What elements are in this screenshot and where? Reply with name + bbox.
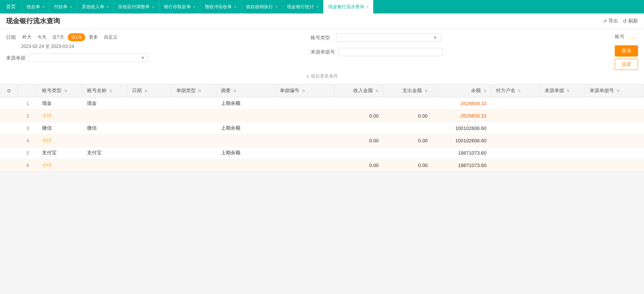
row-settings (0, 122, 18, 134)
row-bill-type (171, 122, 216, 134)
close-icon[interactable]: × (42, 4, 45, 9)
account-type-select[interactable]: ▼ (336, 33, 441, 42)
top-navigation: 首页 收款单 × 付款单 × 其他收入单 × 应收应付调整单 × 银行存取款单 … (0, 0, 644, 13)
table-row: 4 小计 0.00 0.00 100102606.60 (0, 134, 644, 147)
col-header-source-bill[interactable]: 来源单据 ⇅ (540, 84, 585, 97)
close-icon[interactable]: × (366, 4, 369, 9)
sort-icon: ⇅ (518, 89, 521, 93)
row-bill-no (275, 122, 334, 134)
nav-tab-xianjintongji[interactable]: 现金银行统计 × (282, 0, 323, 13)
settings-button[interactable]: 设置 (615, 59, 638, 70)
close-icon[interactable]: × (152, 4, 154, 9)
col-header-bill-no[interactable]: 单据编号 ⇅ (275, 84, 334, 97)
sort-icon: ⇅ (483, 89, 486, 93)
row-expense: 0.00 (383, 159, 432, 172)
row-account-name: 支付宝 (83, 147, 128, 159)
row-balance: 19871073.60 (432, 159, 491, 172)
row-balance: 19871073.60 (432, 147, 491, 159)
row-date (128, 159, 172, 172)
query-button[interactable]: 查询 (615, 45, 638, 57)
row-summary: 上期余额 (216, 147, 275, 159)
column-settings-icon[interactable]: ⚙ (0, 84, 18, 97)
nav-tab-liushuichaxun[interactable]: 现金银行流水查询 × (323, 0, 373, 13)
col-header-summary[interactable]: 摘要 ⇅ (216, 84, 275, 97)
row-account-name: 微信 (83, 122, 128, 134)
account-type-label: 账号类型 (311, 34, 333, 41)
nav-tab-qitashouru[interactable]: 其他收入单 × (77, 0, 113, 13)
table-row: 3 微信 微信 上期余额 100102606.60 (0, 122, 644, 134)
sort-icon: ⇅ (425, 89, 428, 93)
col-header-income[interactable]: 收入金额 ⇅ (334, 84, 383, 97)
export-icon: ↗ (603, 18, 607, 24)
row-account-type: 小计 (38, 110, 83, 122)
date-opt-today[interactable]: 今天 (35, 33, 49, 41)
row-balance: 100102606.60 (432, 122, 491, 134)
nav-tab-shoukuandan[interactable]: 收款单 × (22, 0, 49, 13)
sort-icon: ⇅ (64, 89, 67, 93)
date-opt-more[interactable]: 更多 (87, 33, 100, 41)
nav-tab-yinhang[interactable]: 银行存取款单 × (159, 0, 200, 13)
row-summary: 上期余额 (216, 122, 275, 134)
close-icon[interactable]: × (70, 4, 72, 9)
export-button[interactable]: ↗ 导出 (603, 18, 618, 24)
col-header-balance[interactable]: 余额 ⇅ (432, 84, 491, 97)
table-row: 6 小计 0.00 0.00 19871073.60 (0, 159, 644, 172)
account-ellipsis-button[interactable]: ... (629, 33, 636, 40)
col-header-source-no[interactable]: 来源单据号 ⇅ (585, 84, 644, 97)
row-date (128, 110, 172, 122)
sort-icon: ⇅ (302, 89, 305, 93)
date-opt-yesterday[interactable]: 昨天 (20, 33, 34, 41)
nav-tab-shoukuanhexiao[interactable]: 收款核销执行 × (241, 0, 282, 13)
row-num: 5 (18, 147, 38, 159)
nav-tab-fukuandan[interactable]: 付款单 × (49, 0, 77, 13)
table-row: 2 小计 0.00 0.00 -3528659.33 (0, 110, 644, 122)
close-icon[interactable]: × (316, 4, 318, 9)
source-bill-no-input[interactable] (338, 48, 443, 56)
close-icon[interactable]: × (234, 4, 236, 9)
source-bill-label: 来源单据 (6, 55, 26, 61)
nav-tab-yingshouyingfu[interactable]: 应收应付调整单 × (113, 0, 159, 13)
row-account-type: 支付宝 (38, 147, 83, 159)
date-opt-custom[interactable]: 自定义 (102, 33, 120, 41)
source-bill-select[interactable]: ▼ (29, 54, 149, 62)
nav-home[interactable]: 首页 (0, 0, 22, 13)
row-source-no (585, 147, 644, 159)
row-expense (383, 97, 432, 110)
row-bill-no (275, 97, 334, 110)
sort-icon: ⇅ (144, 89, 147, 93)
row-account-type: 微信 (38, 122, 83, 134)
row-bill-type (171, 110, 216, 122)
sort-icon: ⇅ (567, 89, 570, 93)
table-header-row: ⚙ 账号类型 ⇅ 账号名称 ⇅ 日期 ⇅ 单据类型 ⇅ (0, 84, 644, 97)
nav-tab-yushou[interactable]: 预收冲应收单 × (200, 0, 241, 13)
row-expense: 0.00 (383, 110, 432, 122)
row-counterparty (491, 110, 540, 122)
refresh-button[interactable]: ↺ 刷新 (623, 18, 638, 24)
row-date (128, 147, 172, 159)
refresh-icon: ↺ (623, 18, 627, 24)
filter-area: 日期 昨天 今天 近7天 近1月 更多 自定义 2023-02-24 至 202… (0, 29, 644, 84)
collapse-filters-bar[interactable]: ∧ 收起更多条件 (6, 73, 638, 79)
sort-icon: ⇅ (233, 89, 236, 93)
date-opt-1month[interactable]: 近1月 (68, 33, 86, 41)
row-summary (216, 134, 275, 147)
col-header-date[interactable]: 日期 ⇅ (128, 84, 172, 97)
date-opt-7days[interactable]: 近7天 (50, 33, 66, 41)
close-icon[interactable]: × (193, 4, 195, 9)
close-icon[interactable]: × (107, 4, 109, 9)
row-account-name (83, 159, 128, 172)
col-header-expense[interactable]: 支出金额 ⇅ (383, 84, 432, 97)
row-counterparty (491, 122, 540, 134)
close-icon[interactable]: × (275, 4, 278, 9)
col-header-account-type[interactable]: 账号类型 ⇅ (38, 84, 83, 97)
date-options: 昨天 今天 近7天 近1月 更多 自定义 (20, 33, 120, 41)
col-header-bill-type[interactable]: 单据类型 ⇅ (171, 84, 216, 97)
row-bill-type (171, 97, 216, 110)
row-balance: 100102606.60 (432, 134, 491, 147)
row-source-bill (540, 97, 585, 110)
row-date (128, 122, 172, 134)
date-range-display: 2023-02-24 至 2023-03-24 (21, 43, 74, 50)
row-bill-no (275, 134, 334, 147)
col-header-counterparty[interactable]: 对方户名 ⇅ (491, 84, 540, 97)
col-header-account-name[interactable]: 账号名称 ⇅ (83, 84, 128, 97)
